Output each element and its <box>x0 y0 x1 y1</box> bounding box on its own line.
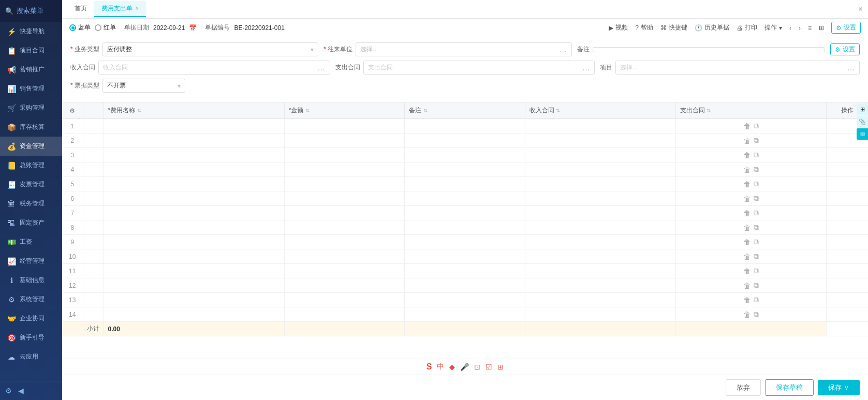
sidebar-item-sys-mgmt[interactable]: ⚙系统管理 <box>0 290 62 309</box>
copy-row-12-btn[interactable]: ⧉ <box>754 281 759 290</box>
delete-row-6-btn[interactable]: 🗑 <box>743 195 751 203</box>
cell-income-6[interactable] <box>405 191 525 206</box>
th-expense-contract[interactable]: 支出合同 ⇅ <box>676 102 827 119</box>
sort-amount[interactable]: ⇅ <box>305 108 310 113</box>
sidebar-item-salary[interactable]: 💵工资 <box>0 232 62 251</box>
sort-expense-name[interactable]: ⇅ <box>137 108 141 113</box>
delete-row-11-btn[interactable]: 🗑 <box>743 267 751 275</box>
right-tool-2[interactable]: 📎 <box>857 116 868 127</box>
grid-icon[interactable]: ⊞ <box>497 363 504 371</box>
sidebar-item-fixed-assets[interactable]: 🏗固定资产 <box>0 213 62 232</box>
shortcut-btn[interactable]: ⌘ 快捷键 <box>660 23 687 32</box>
cell-amount-12[interactable] <box>104 278 284 293</box>
cell-note-4[interactable] <box>284 162 405 177</box>
copy-row-7-btn[interactable]: ⧉ <box>754 209 759 217</box>
cell-expense-11[interactable] <box>525 264 676 278</box>
cell-note-13[interactable] <box>284 293 405 307</box>
expense-contract-input[interactable]: 支出合同 ... <box>363 61 595 75</box>
cell-name-9[interactable] <box>83 235 104 249</box>
cell-amount-9[interactable] <box>104 235 284 249</box>
save-draft-button[interactable]: 保存草稿 <box>765 379 814 396</box>
nav-prev-btn[interactable]: ‹ <box>789 24 791 32</box>
cell-income-9[interactable] <box>405 235 525 249</box>
tab-home[interactable]: 首页 <box>67 1 94 17</box>
cell-income-7[interactable] <box>405 206 525 220</box>
cell-name-14[interactable] <box>83 307 104 322</box>
sidebar-item-sales-mgmt[interactable]: 📊销售管理 <box>0 79 62 98</box>
copy-row-3-btn[interactable]: ⧉ <box>754 151 759 159</box>
cell-expense-14[interactable] <box>525 307 676 322</box>
cell-income-14[interactable] <box>405 307 525 322</box>
form-setting-btn[interactable]: ⚙ 设置 <box>830 43 860 55</box>
cell-name-6[interactable] <box>83 191 104 206</box>
delete-row-10-btn[interactable]: 🗑 <box>743 253 751 261</box>
copy-row-14-btn[interactable]: ⧉ <box>754 310 759 319</box>
settings-icon[interactable]: ⚙ <box>5 387 12 395</box>
income-contract-input[interactable]: 收入合同 ... <box>98 61 330 75</box>
right-tool-1[interactable]: ⊞ <box>857 103 868 115</box>
box-icon[interactable]: ⊡ <box>474 363 480 371</box>
diamond-icon[interactable]: ◆ <box>449 363 455 371</box>
cell-expense-6[interactable] <box>525 191 676 206</box>
cell-note-8[interactable] <box>284 220 405 235</box>
cell-income-2[interactable] <box>405 134 525 148</box>
copy-row-11-btn[interactable]: ⧉ <box>754 266 759 275</box>
sidebar-item-cloud-apps[interactable]: ☁云应用 <box>0 347 62 366</box>
table-gear-icon[interactable]: ⚙ <box>69 107 75 114</box>
sidebar-item-purchase-mgmt[interactable]: 🛒采购管理 <box>0 98 62 117</box>
cell-expense-4[interactable] <box>525 162 676 177</box>
window-close-btn[interactable]: × <box>858 5 863 14</box>
cell-note-12[interactable] <box>284 278 405 293</box>
cell-income-11[interactable] <box>405 264 525 278</box>
cell-note-5[interactable] <box>284 177 405 191</box>
copy-row-8-btn[interactable]: ⧉ <box>754 223 759 232</box>
expense-contract-dots-btn[interactable]: ... <box>583 64 591 72</box>
sidebar-item-basic-info[interactable]: ℹ基础信息 <box>0 271 62 290</box>
invoice-type-select[interactable]: 不开票 ▾ <box>102 79 185 93</box>
cell-note-2[interactable] <box>284 134 405 148</box>
cell-amount-5[interactable] <box>104 177 284 191</box>
sidebar-item-marketing[interactable]: 📢营销推广 <box>0 60 62 79</box>
copy-row-13-btn[interactable]: ⧉ <box>754 295 759 304</box>
abandon-button[interactable]: 放弃 <box>726 379 761 396</box>
cell-note-1[interactable] <box>284 119 405 134</box>
sort-expense[interactable]: ⇅ <box>707 108 711 113</box>
sidebar-item-enterprise[interactable]: 🤝企业协同 <box>0 309 62 328</box>
delete-row-2-btn[interactable]: 🗑 <box>743 137 751 145</box>
calendar-icon[interactable]: 📅 <box>189 24 197 32</box>
cell-name-3[interactable] <box>83 148 104 162</box>
partner-input[interactable]: 选择... ... <box>356 42 571 56</box>
delete-row-3-btn[interactable]: 🗑 <box>743 151 751 159</box>
volume-icon[interactable]: ◀ <box>18 387 24 395</box>
tab-expense-form[interactable]: 费用支出单 × <box>94 1 146 17</box>
cell-income-3[interactable] <box>405 148 525 162</box>
cell-amount-4[interactable] <box>104 162 284 177</box>
delete-row-5-btn[interactable]: 🗑 <box>743 180 751 188</box>
sidebar-item-new-guide[interactable]: 🎯新手引导 <box>0 328 62 347</box>
delete-row-14-btn[interactable]: 🗑 <box>743 310 751 319</box>
red-single-radio[interactable]: 红单 <box>95 23 116 32</box>
list-view-btn[interactable]: ≡ <box>808 24 812 32</box>
cell-amount-1[interactable] <box>104 119 284 134</box>
cell-name-8[interactable] <box>83 220 104 235</box>
cell-income-13[interactable] <box>405 293 525 307</box>
note-input[interactable] <box>593 47 825 52</box>
cell-expense-3[interactable] <box>525 148 676 162</box>
history-btn[interactable]: 🕐 历史单据 <box>695 23 729 32</box>
mic-icon[interactable]: 🎤 <box>460 363 469 371</box>
cell-note-9[interactable] <box>284 235 405 249</box>
cell-amount-10[interactable] <box>104 249 284 264</box>
cell-note-6[interactable] <box>284 191 405 206</box>
cell-amount-11[interactable] <box>104 264 284 278</box>
delete-row-9-btn[interactable]: 🗑 <box>743 238 751 246</box>
sidebar-item-invoice-mgmt[interactable]: 🧾发票管理 <box>0 175 62 194</box>
save-button[interactable]: 保存 ∨ <box>818 380 860 395</box>
cell-expense-7[interactable] <box>525 206 676 220</box>
cell-name-5[interactable] <box>83 177 104 191</box>
date-value[interactable]: 2022-09-21 <box>153 24 185 32</box>
cell-amount-8[interactable] <box>104 220 284 235</box>
cell-amount-3[interactable] <box>104 148 284 162</box>
copy-row-9-btn[interactable]: ⧉ <box>754 238 759 246</box>
cell-name-4[interactable] <box>83 162 104 177</box>
delete-row-4-btn[interactable]: 🗑 <box>743 166 751 174</box>
